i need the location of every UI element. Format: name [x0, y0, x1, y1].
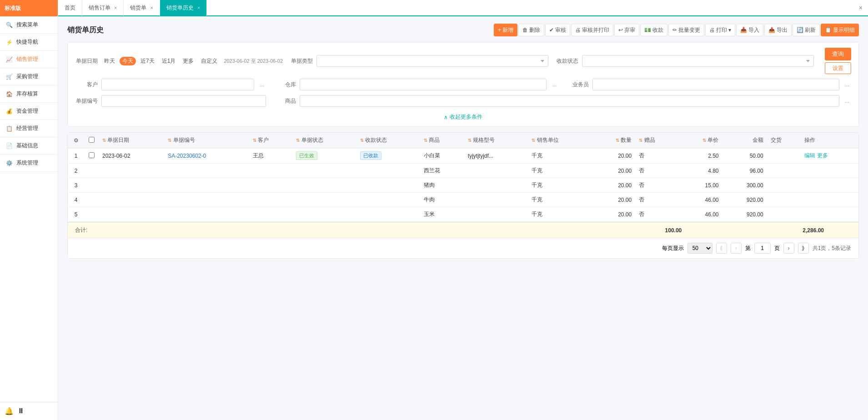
settings-icon[interactable]: ⚙ — [74, 137, 79, 144]
collect-button[interactable]: 💵 收款 — [640, 24, 667, 36]
cell-goods: 牛肉 — [420, 193, 464, 207]
sidebar-item-sales[interactable]: 📈 销售管理 — [0, 51, 58, 68]
new-button[interactable]: + 新增 — [494, 24, 517, 36]
cell-order-no[interactable] — [164, 207, 249, 222]
window-close-button[interactable]: × — [853, 4, 868, 11]
show-detail-button[interactable]: 📋 显示明细 — [821, 24, 859, 36]
tab-sales-delivery[interactable]: 销货单 × — [124, 0, 160, 16]
query-button[interactable]: 查询 — [825, 48, 851, 60]
main-table: ⚙ ⇅ 单据日期 ⇅ 单据编号 — [68, 133, 858, 222]
collapse-button[interactable]: ∧ 收起更多条件 — [75, 111, 851, 121]
abandon-button[interactable]: ↩ 弃审 — [614, 24, 639, 36]
salesperson-input[interactable] — [592, 79, 839, 90]
cell-actions — [801, 178, 858, 193]
date-custom[interactable]: 自定义 — [198, 57, 220, 65]
delete-label: 删除 — [529, 26, 540, 34]
cell-price: 46.00 — [679, 207, 722, 222]
cell-order-no[interactable]: SA-20230602-0 — [164, 148, 249, 164]
date-1month[interactable]: 近1月 — [159, 57, 179, 65]
next-page-button[interactable]: › — [783, 243, 794, 254]
import-button[interactable]: 📥 导入 — [736, 24, 763, 36]
col-goods[interactable]: ⇅ 商品 — [420, 133, 464, 148]
col-settings[interactable]: ⚙ — [68, 133, 84, 148]
action-更多[interactable]: 更多 — [817, 152, 828, 160]
cell-payment-status — [356, 178, 420, 193]
sidebar-item-basic[interactable]: 📄 基础信息 — [0, 137, 58, 155]
col-customer[interactable]: ⇅ 客户 — [249, 133, 293, 148]
cell-payment-status — [356, 207, 420, 222]
cell-goods: 西兰花 — [420, 164, 464, 178]
sidebar-item-operations[interactable]: 📋 经营管理 — [0, 120, 58, 137]
date-7days[interactable]: 近7天 — [138, 57, 157, 65]
customer-ellipsis[interactable]: ... — [258, 81, 266, 88]
col-gift[interactable]: ⇅ 赠品 — [635, 133, 679, 148]
refresh-button[interactable]: 🔄 刷新 — [793, 24, 820, 36]
abandon-icon: ↩ — [618, 27, 623, 33]
sidebar-item-search[interactable]: 🔍 搜索菜单 — [0, 16, 58, 34]
page-input[interactable] — [754, 243, 771, 254]
col-order-status[interactable]: ⇅ 单据状态 — [292, 133, 356, 148]
col-order-no[interactable]: ⇅ 单据编号 — [164, 133, 249, 148]
date-more[interactable]: 更多 — [180, 57, 196, 65]
warehouse-ellipsis[interactable]: ... — [550, 81, 558, 88]
system-icon: ⚙️ — [5, 160, 13, 167]
last-page-button[interactable]: ⟫ — [798, 243, 809, 254]
type-label: 单据类型 — [290, 57, 313, 65]
audit-button[interactable]: ✔ 审核 — [545, 24, 570, 36]
tab-close-icon[interactable]: × — [150, 5, 153, 10]
date-yesterday[interactable]: 昨天 — [101, 57, 118, 65]
batch-change-button[interactable]: ✏ 批量变更 — [668, 24, 704, 36]
sidebar-item-inventory[interactable]: 🏠 库存核算 — [0, 85, 58, 103]
salesperson-ellipsis[interactable]: ... — [843, 81, 851, 88]
select-all-checkbox[interactable] — [89, 137, 95, 143]
tab-close-icon[interactable]: × — [197, 5, 200, 10]
col-price[interactable]: ⇅ 单价 — [679, 133, 722, 148]
row-checkbox[interactable] — [89, 152, 95, 158]
sidebar-item-system[interactable]: ⚙️ 系统管理 — [0, 155, 58, 172]
finance-icon: 💰 — [5, 108, 13, 115]
export-button[interactable]: 📤 导出 — [764, 24, 792, 36]
notification-icon[interactable]: 🔔 — [5, 407, 14, 415]
audit-print-button[interactable]: 🖨 审核并打印 — [571, 24, 613, 36]
col-payment-status[interactable]: ⇅ 收款状态 — [356, 133, 420, 148]
tab-home[interactable]: 首页 — [58, 0, 82, 16]
date-today[interactable]: 今天 — [120, 57, 136, 65]
set-button[interactable]: 设置 — [825, 62, 851, 74]
footer-total-qty: 100.00 — [665, 227, 682, 234]
col-unit[interactable]: ⇅ 销售单位 — [528, 133, 592, 148]
print-button[interactable]: 🖨 打印 ▾ — [705, 24, 735, 36]
audit-label: 审核 — [555, 26, 566, 34]
tab-sales-history[interactable]: 销货单历史 × — [160, 0, 207, 16]
type-select[interactable] — [316, 55, 548, 67]
sidebar-item-quicknav[interactable]: ⚡ 快捷导航 — [0, 34, 58, 51]
col-payment-status-label: 收款状态 — [365, 137, 387, 143]
cell-order-no[interactable] — [164, 164, 249, 178]
cell-order-no[interactable] — [164, 193, 249, 207]
sidebar-item-finance[interactable]: 💰 资金管理 — [0, 103, 58, 120]
prev-page-button[interactable]: ‹ — [731, 243, 742, 254]
cell-seq: 2 — [68, 164, 84, 178]
payment-status-select[interactable] — [582, 55, 814, 67]
goods-input[interactable] — [300, 95, 839, 107]
delete-button[interactable]: 🗑 删除 — [518, 24, 544, 36]
filter-row-order: 单据编号 商品 ... — [75, 95, 851, 107]
col-date[interactable]: ⇅ 单据日期 — [99, 133, 164, 148]
per-page-select[interactable]: 50 100 — [687, 243, 712, 254]
tab-sales-order[interactable]: 销售订单 × — [82, 0, 124, 16]
sidebar-item-purchase[interactable]: 🛒 采购管理 — [0, 68, 58, 85]
quick-nav-icon: ⚡ — [5, 39, 13, 46]
pause-icon[interactable]: ⏸ — [17, 407, 25, 415]
customer-input[interactable] — [101, 79, 254, 90]
col-spec[interactable]: ⇅ 规格型号 — [464, 133, 528, 148]
order-no-link[interactable]: SA-20230602-0 — [168, 153, 206, 159]
tab-close-icon[interactable]: × — [114, 5, 117, 10]
first-page-button[interactable]: ⟪ — [716, 243, 727, 254]
collapse-icon: ∧ — [444, 114, 448, 120]
goods-ellipsis[interactable]: ... — [843, 98, 851, 104]
action-编辑[interactable]: 编辑 — [804, 152, 815, 160]
sidebar-item-label: 销售管理 — [16, 55, 38, 63]
warehouse-input[interactable] — [300, 79, 547, 90]
col-qty[interactable]: ⇅ 数量 — [592, 133, 636, 148]
order-no-input[interactable] — [101, 95, 266, 107]
cell-order-no[interactable] — [164, 178, 249, 193]
